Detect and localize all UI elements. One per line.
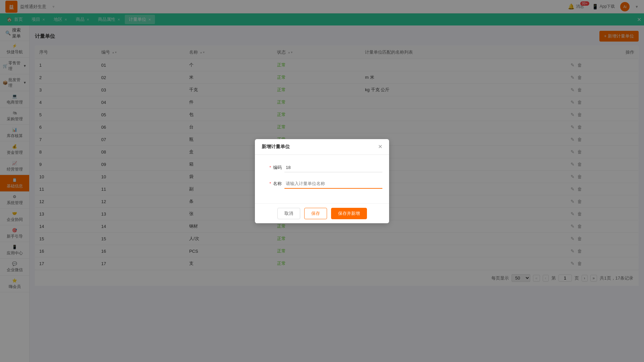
name-label: * 名称 [262, 181, 282, 187]
save-new-button[interactable]: 保存并新增 [331, 208, 367, 219]
code-required-star: * [269, 165, 271, 170]
code-input[interactable] [284, 163, 382, 172]
name-required-star: * [269, 181, 271, 186]
code-label: * 编码 [262, 165, 282, 171]
modal-header: 新增计量单位 ✕ [255, 139, 389, 155]
cancel-button[interactable]: 取消 [277, 208, 300, 219]
modal-body: * 编码 * 名称 [255, 155, 389, 203]
save-button[interactable]: 保存 [304, 208, 327, 219]
modal-overlay[interactable]: 新增计量单位 ✕ * 编码 * 名称 取消 保存 保存并新增 [0, 0, 644, 362]
form-row-name: * 名称 [262, 179, 382, 189]
name-input[interactable] [284, 179, 382, 189]
modal-close-btn[interactable]: ✕ [378, 144, 382, 149]
modal-title: 新增计量单位 [262, 144, 290, 150]
add-unit-modal: 新增计量单位 ✕ * 编码 * 名称 取消 保存 保存并新增 [255, 139, 389, 223]
modal-footer: 取消 保存 保存并新增 [255, 203, 389, 223]
form-row-code: * 编码 [262, 163, 382, 172]
